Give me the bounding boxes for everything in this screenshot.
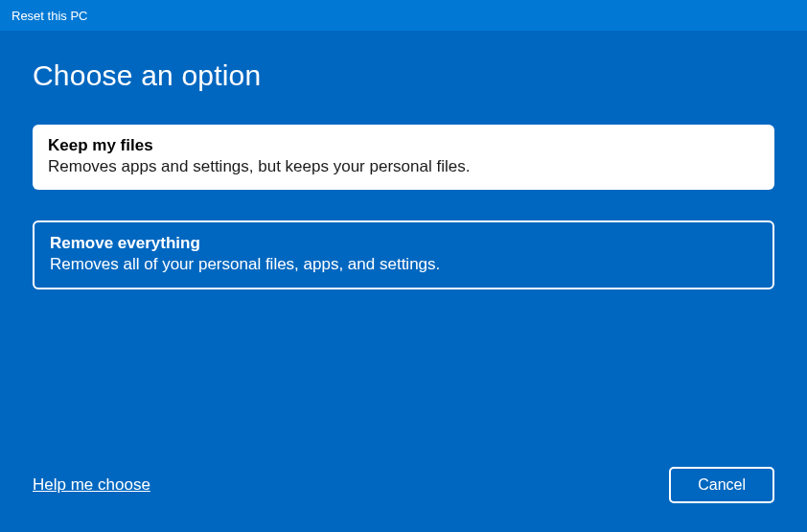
option-title: Keep my files bbox=[48, 136, 759, 155]
option-remove-everything[interactable]: Remove everything Removes all of your pe… bbox=[33, 220, 774, 289]
cancel-button[interactable]: Cancel bbox=[669, 467, 774, 503]
option-description: Removes all of your personal files, apps… bbox=[50, 255, 757, 274]
window-title: Reset this PC bbox=[12, 9, 87, 23]
option-description: Removes apps and settings, but keeps you… bbox=[48, 157, 759, 176]
option-title: Remove everything bbox=[50, 234, 757, 253]
titlebar: Reset this PC bbox=[0, 0, 807, 31]
content-area: Choose an option Keep my files Removes a… bbox=[0, 31, 807, 289]
page-heading: Choose an option bbox=[33, 59, 774, 92]
option-keep-my-files[interactable]: Keep my files Removes apps and settings,… bbox=[33, 125, 774, 190]
help-me-choose-link[interactable]: Help me choose bbox=[33, 475, 150, 495]
footer: Help me choose Cancel bbox=[33, 467, 774, 503]
